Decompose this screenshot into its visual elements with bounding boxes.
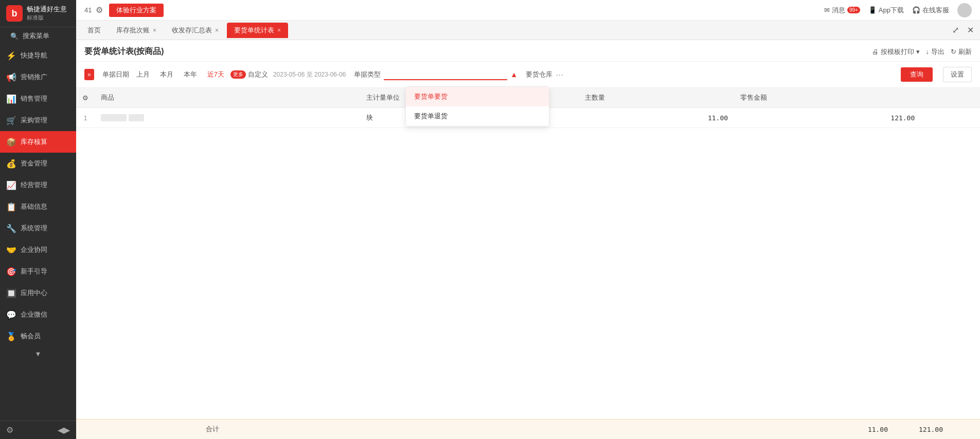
sidebar-label-5: 资金管理 bbox=[21, 159, 47, 168]
sidebar-search[interactable]: 🔍 搜索菜单 bbox=[0, 27, 76, 45]
td-product bbox=[95, 108, 360, 128]
sidebar-label-11: 应用中心 bbox=[21, 288, 47, 298]
tabs-actions: ⤢ ✕ bbox=[950, 24, 976, 36]
filter-type-label: 单据类型 bbox=[354, 70, 381, 79]
sidebar-nav: ⚡ 快捷导航 📢 营销推广 📊 销售管理 🛒 采购管理 📦 库存核算 💰 资金管… bbox=[0, 45, 76, 420]
sidebar-item-销售管理[interactable]: 📊 销售管理 bbox=[0, 88, 76, 109]
messages-btn[interactable]: ✉ 消息 99+ bbox=[824, 6, 860, 15]
sidebar-label-4: 库存核算 bbox=[21, 137, 47, 147]
filter-this-year-btn[interactable]: 本年 bbox=[180, 68, 201, 81]
sidebar-label-0: 快捷导航 bbox=[21, 51, 47, 60]
filter-this-month-btn[interactable]: 本月 bbox=[156, 68, 177, 81]
sidebar-item-库存核算[interactable]: 📦 库存核算 bbox=[0, 131, 76, 153]
tab-home[interactable]: 首页 bbox=[80, 23, 108, 38]
refresh-btn[interactable]: ↻ 刷新 bbox=[951, 47, 972, 57]
tab-inventory-batch[interactable]: 库存批次账 × bbox=[109, 23, 164, 38]
export-btn[interactable]: ↓ 导出 bbox=[926, 47, 945, 57]
sidebar-icon-4: 📦 bbox=[6, 137, 16, 147]
filter-custom-btn[interactable]: 自定义 bbox=[248, 70, 268, 79]
filter-type-group: 单据类型 ▲ bbox=[354, 69, 518, 80]
sidebar-label-13: 畅会员 bbox=[21, 332, 41, 341]
filter-warehouse-group: 要货仓库 ··· bbox=[526, 69, 563, 80]
refresh-label: 刷新 bbox=[958, 47, 972, 57]
sidebar-icon-6: 📈 bbox=[6, 180, 16, 190]
footer-qty: 11.00 bbox=[868, 426, 888, 433]
sidebar-item-应用中心[interactable]: 🔲 应用中心 bbox=[0, 282, 76, 304]
app-sub: 标准版 bbox=[27, 14, 67, 22]
tab-receipt-summary[interactable]: 收发存汇总表 × bbox=[165, 23, 226, 38]
sidebar-icon-8: 🔧 bbox=[6, 223, 16, 233]
phone-icon: 📱 bbox=[868, 6, 877, 14]
header-settings-icon[interactable]: ⚙ bbox=[96, 5, 103, 15]
filter-type-input[interactable] bbox=[384, 69, 507, 80]
refresh-icon: ↻ bbox=[951, 48, 956, 56]
product-placeholder bbox=[101, 114, 354, 121]
sidebar-label-9: 企业协同 bbox=[21, 245, 47, 254]
filter-date-label: 单据日期 bbox=[102, 70, 129, 79]
td-amount: 121.00 bbox=[734, 108, 921, 128]
sidebar-item-资金管理[interactable]: 💰 资金管理 bbox=[0, 153, 76, 174]
filter-last-month-btn[interactable]: 上月 bbox=[132, 68, 154, 81]
th-settings[interactable]: ⚙ bbox=[76, 88, 95, 108]
tab-receipt-summary-close[interactable]: × bbox=[215, 27, 219, 34]
filter-more-badge[interactable]: 更多 bbox=[230, 70, 246, 79]
query-btn[interactable]: 查询 bbox=[901, 67, 933, 82]
sidebar-scroll-down[interactable]: ▼ bbox=[0, 347, 76, 361]
filter-7days-btn[interactable]: 近7天 bbox=[203, 68, 228, 81]
placeholder-2 bbox=[129, 114, 144, 121]
tab-order-stats-label: 要货单统计表 bbox=[234, 26, 274, 35]
print-dropdown-icon: ▾ bbox=[916, 48, 920, 56]
tab-order-stats[interactable]: 要货单统计表 × bbox=[227, 23, 288, 38]
tab-order-stats-close[interactable]: × bbox=[277, 27, 281, 34]
settings-icon[interactable]: ⚙ bbox=[6, 425, 13, 435]
dropdown-item-1[interactable]: 要货单退货 bbox=[406, 106, 549, 126]
dropdown-item-0[interactable]: 要货单要货 bbox=[406, 87, 549, 106]
filter-bar: » 单据日期 上月 本月 本年 近7天 更多 自定义 2023-05-06 至 … bbox=[76, 62, 980, 88]
sidebar-bottom: ⚙ ◀▶ bbox=[0, 420, 76, 439]
filter-expand-btn[interactable]: » bbox=[84, 69, 94, 80]
sidebar-item-企业微信[interactable]: 💬 企业微信 bbox=[0, 304, 76, 325]
sidebar-item-畅会员[interactable]: 🏅 畅会员 bbox=[0, 325, 76, 347]
th-product: 商品 bbox=[95, 88, 360, 108]
sidebar-icon-7: 📋 bbox=[6, 202, 16, 212]
td-qty: 11.00 bbox=[579, 108, 734, 128]
sidebar-label-8: 系统管理 bbox=[21, 224, 47, 233]
sidebar-item-快捷导航[interactable]: ⚡ 快捷导航 bbox=[0, 45, 76, 66]
export-label: 导出 bbox=[931, 47, 945, 57]
sidebar-item-企业协同[interactable]: 🤝 企业协同 bbox=[0, 239, 76, 261]
filter-type-dropdown-arrow[interactable]: ▲ bbox=[510, 70, 518, 79]
th-amount: 零售金额 bbox=[734, 88, 921, 108]
tab-inventory-batch-close[interactable]: × bbox=[153, 27, 156, 34]
tabs-close-all-btn[interactable]: ✕ bbox=[965, 24, 976, 36]
user-avatar[interactable] bbox=[957, 3, 972, 17]
header-right: ✉ 消息 99+ 📱 App下载 🎧 在线客服 bbox=[824, 3, 972, 17]
search-icon: 🔍 bbox=[10, 32, 19, 40]
sidebar-icon-1: 📢 bbox=[6, 72, 16, 82]
sidebar-item-经营管理[interactable]: 📈 经营管理 bbox=[0, 174, 76, 196]
sidebar-label-2: 销售管理 bbox=[21, 94, 47, 103]
table-footer: 合计 11.00 121.00 bbox=[76, 419, 980, 439]
headset-icon: 🎧 bbox=[912, 6, 920, 14]
tabs-maximize-btn[interactable]: ⤢ bbox=[950, 24, 961, 36]
sidebar-item-系统管理[interactable]: 🔧 系统管理 bbox=[0, 217, 76, 239]
filter-warehouse-label: 要货仓库 bbox=[526, 70, 553, 79]
filter-more-btn[interactable]: ··· bbox=[556, 69, 563, 80]
sidebar-item-新手引导[interactable]: 🎯 新手引导 bbox=[0, 261, 76, 282]
sidebar-item-基础信息[interactable]: 📋 基础信息 bbox=[0, 196, 76, 217]
td-extra bbox=[921, 108, 980, 128]
page-content: 要货单统计表(按商品) 🖨 按模板打印 ▾ ↓ 导出 ↻ 刷新 » bbox=[76, 40, 980, 439]
sidebar-icon-12: 💬 bbox=[6, 309, 16, 320]
sidebar-item-营销推广[interactable]: 📢 营销推广 bbox=[0, 66, 76, 88]
placeholder-1 bbox=[101, 114, 127, 121]
print-btn[interactable]: 🖨 按模板打印 ▾ bbox=[872, 47, 920, 57]
filter-date-group: 单据日期 上月 本月 本年 近7天 更多 自定义 2023-05-06 至 20… bbox=[102, 68, 346, 81]
tab-receipt-summary-label: 收发存汇总表 bbox=[172, 26, 212, 35]
sidebar-item-采购管理[interactable]: 🛒 采购管理 bbox=[0, 109, 76, 131]
online-service-btn[interactable]: 🎧 在线客服 bbox=[912, 6, 949, 15]
logo-char: b bbox=[12, 8, 17, 19]
filter-settings-btn[interactable]: 设置 bbox=[943, 67, 972, 82]
trial-btn[interactable]: 体验行业方案 bbox=[109, 4, 164, 17]
messages-badge: 99+ bbox=[847, 7, 860, 13]
collapse-icon[interactable]: ◀▶ bbox=[58, 425, 70, 435]
app-download-btn[interactable]: 📱 App下载 bbox=[868, 6, 904, 15]
